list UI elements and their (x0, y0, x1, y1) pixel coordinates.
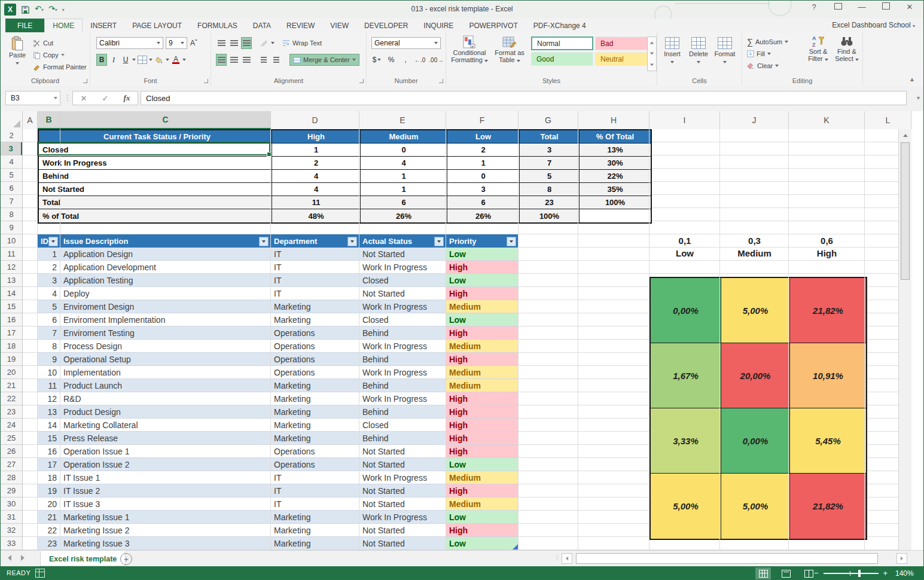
row-header-10[interactable]: 10 (1, 234, 22, 248)
zoom-level[interactable]: 140% (895, 569, 914, 578)
row-header-13[interactable]: 13 (1, 274, 22, 287)
filter-dropdown-icon[interactable] (434, 237, 444, 246)
percent-style-button[interactable]: % (386, 54, 397, 66)
increase-indent-button[interactable] (271, 54, 282, 66)
clipboard-dialog-launcher[interactable] (83, 79, 87, 83)
increase-decimal-button[interactable]: ←.0 (414, 54, 425, 66)
row-header-32[interactable]: 32 (1, 524, 22, 537)
minimize-icon[interactable]: — (854, 2, 870, 11)
filter-dropdown-icon[interactable] (507, 237, 516, 246)
middle-align-button[interactable] (228, 37, 239, 49)
number-dialog-launcher[interactable] (439, 79, 443, 83)
row-header-26[interactable]: 26 (1, 445, 22, 458)
page-layout-view-icon[interactable] (778, 567, 794, 579)
ribbon-display-options-icon[interactable] (830, 2, 846, 11)
row-header-33[interactable]: 33 (1, 537, 22, 550)
comma-style-button[interactable]: , (400, 54, 411, 66)
expand-formula-bar-icon[interactable]: ▾ (917, 94, 920, 101)
row-header-16[interactable]: 16 (1, 313, 22, 326)
column-header-C[interactable]: C (60, 111, 271, 129)
row-header-14[interactable]: 14 (1, 287, 22, 300)
top-align-button[interactable] (216, 37, 227, 49)
ribbon-tab-view[interactable]: VIEW (322, 19, 356, 32)
insert-cells-button[interactable]: Insert (660, 37, 685, 65)
zoom-slider[interactable] (824, 573, 879, 574)
row-header-17[interactable]: 17 (1, 326, 22, 340)
confirm-entry-icon[interactable]: ✓ (102, 94, 109, 103)
fill-color-button[interactable] (154, 54, 164, 66)
sheet-cells[interactable]: Current Task Status / PriorityHighMedium… (23, 129, 911, 550)
row-header-30[interactable]: 30 (1, 497, 22, 511)
normal-view-icon[interactable] (755, 567, 771, 579)
align-left-button[interactable] (216, 54, 227, 66)
align-right-button[interactable] (241, 54, 252, 66)
table-resize-handle[interactable] (513, 544, 518, 550)
filter-dropdown-icon[interactable] (347, 237, 357, 246)
clear-button[interactable]: Clear (747, 60, 788, 72)
sheet-tab-active[interactable]: Excel risk template (40, 551, 126, 566)
ribbon-tab-data[interactable]: DATA (245, 19, 279, 32)
find-select-button[interactable]: Find &Select (833, 35, 861, 62)
next-sheet-icon[interactable] (21, 555, 25, 561)
help-icon[interactable]: ? (806, 2, 822, 11)
style-swatch-good[interactable]: Good (531, 52, 593, 66)
ribbon-tab-pdf-xchange-4[interactable]: PDF-XChange 4 (526, 19, 594, 32)
account-name[interactable]: Excel Dashboard School ▾ (832, 21, 915, 29)
scroll-up-icon[interactable] (899, 129, 911, 141)
row-header-21[interactable]: 21 (1, 379, 22, 392)
format-painter-button[interactable]: Format Painter (33, 61, 87, 73)
decrease-indent-button[interactable] (258, 54, 269, 66)
copy-button[interactable]: Copy (33, 49, 87, 61)
format-as-table-button[interactable]: Format asTable (492, 35, 527, 63)
row-header-12[interactable]: 12 (1, 261, 22, 274)
sort-filter-button[interactable]: AZ Sort &Filter (804, 35, 832, 62)
ribbon-tab-inquire[interactable]: INQUIRE (416, 19, 461, 32)
row-header-23[interactable]: 23 (1, 405, 22, 419)
align-center-button[interactable] (228, 54, 239, 66)
column-header-H[interactable]: H (578, 111, 649, 129)
maximize-icon[interactable] (878, 2, 893, 11)
zoom-out-icon[interactable]: − (814, 569, 819, 578)
column-header-B[interactable]: B (38, 111, 60, 129)
orientation-button[interactable] (258, 37, 269, 49)
row-header-20[interactable]: 20 (1, 366, 22, 379)
borders-button[interactable] (137, 54, 148, 66)
horizontal-scrollbar[interactable] (576, 553, 894, 564)
paste-button[interactable]: Paste (4, 36, 31, 66)
column-header-I[interactable]: I (649, 111, 720, 129)
underline-button[interactable]: U (120, 54, 131, 66)
row-header-4[interactable]: 4 (1, 155, 22, 169)
cut-button[interactable]: Cut (33, 37, 87, 49)
font-color-dropdown[interactable] (182, 59, 186, 61)
fill-button[interactable]: Fill (747, 48, 788, 60)
column-header-G[interactable]: G (519, 111, 578, 129)
row-header-6[interactable]: 6 (1, 182, 22, 195)
ribbon-tab-insert[interactable]: INSERT (83, 19, 124, 32)
borders-dropdown[interactable] (149, 59, 153, 61)
row-header-28[interactable]: 28 (1, 471, 22, 484)
row-header-11[interactable]: 11 (1, 248, 22, 261)
row-header-24[interactable]: 24 (1, 419, 22, 432)
row-header-22[interactable]: 22 (1, 392, 22, 405)
bottom-align-button[interactable] (241, 37, 252, 49)
font-name-combo[interactable]: Calibri (96, 37, 163, 49)
row-header-19[interactable]: 19 (1, 353, 22, 366)
column-header-E[interactable]: E (359, 111, 446, 129)
ribbon-tab-powerpivot[interactable]: POWERPIVOT (461, 19, 525, 32)
wrap-text-button[interactable]: Wrap Text (282, 37, 322, 49)
select-all-corner[interactable] (1, 111, 23, 129)
row-header-25[interactable]: 25 (1, 432, 22, 445)
scroll-right-icon[interactable] (896, 553, 907, 564)
zoom-in-icon[interactable]: + (883, 569, 888, 578)
merge-center-button[interactable]: Merge & Center (289, 54, 359, 66)
styles-gallery-scroll[interactable] (647, 36, 657, 71)
name-box[interactable]: B3 (5, 91, 60, 105)
ribbon-tab-review[interactable]: REVIEW (279, 19, 322, 32)
ribbon-tab-page-layout[interactable]: PAGE LAYOUT (124, 19, 190, 32)
italic-button[interactable]: I (108, 54, 119, 66)
vertical-scroll-thumb[interactable] (901, 142, 910, 280)
row-header-27[interactable]: 27 (1, 458, 22, 471)
horizontal-scroll-thumb[interactable] (576, 553, 878, 564)
column-header-D[interactable]: D (271, 111, 359, 129)
column-header-L[interactable]: L (865, 111, 911, 129)
